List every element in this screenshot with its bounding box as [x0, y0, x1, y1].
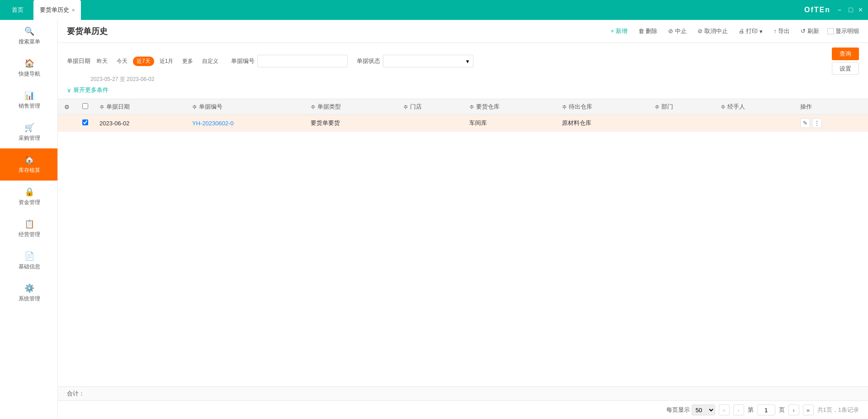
pagination-bar: 每页显示 20 50 100 200 « ‹ 第 页 › » 共1页，1条记录	[58, 400, 868, 419]
status-dropdown-icon: ▾	[466, 58, 469, 65]
print-button[interactable]: 🖨 打印 ▾	[736, 25, 766, 37]
sidebar-item-search-menu[interactable]: 🔍 搜索菜单	[0, 20, 57, 52]
col-dept[interactable]: ≑ 部门	[649, 99, 715, 115]
select-all-checkbox[interactable]	[82, 103, 88, 109]
sidebar-item-finance-mgmt[interactable]: 🔒 资金管理	[0, 181, 57, 213]
shortcut-1month[interactable]: 近1月	[156, 57, 177, 66]
goto-unit: 页	[779, 406, 785, 414]
sidebar-item-basic-info[interactable]: 📄 基础信息	[0, 245, 57, 277]
row-edit-btn-0[interactable]: ✎	[800, 118, 810, 128]
table-footer: 合计：	[58, 386, 868, 400]
last-page-btn[interactable]: »	[803, 405, 814, 415]
page-input[interactable]	[757, 405, 775, 415]
col-handler[interactable]: ≑ 经手人	[715, 99, 795, 115]
content-area: 要货单历史 + 新增 🗑 删除 ⊘ 中止 ⊘ 取消中止 🖨 打印 ▾ ↑ 导出 …	[58, 20, 868, 419]
footer-total-label: 合计：	[67, 390, 85, 398]
filter-status: 单据状态 ▾	[357, 55, 473, 67]
col-req-warehouse[interactable]: ≑ 要货仓库	[464, 99, 557, 115]
sidebar: 🔍 搜索菜单 🏠 快捷导航 📊 销售管理 🛒 采购管理 🏠 库存核算 🔒	[0, 20, 58, 419]
display-detail-checkbox[interactable]	[827, 28, 834, 34]
sidebar-item-inventory-mgmt[interactable]: 🏠 库存核算	[0, 148, 57, 181]
col-date-label: ≑ 单据日期	[99, 103, 130, 110]
status-select[interactable]: ▾	[383, 55, 473, 67]
expand-more-btn[interactable]: ∨ 展开更多条件	[67, 86, 859, 94]
col-bill-type[interactable]: ≑ 单据类型	[305, 99, 398, 115]
shortcut-yesterday[interactable]: 昨天	[93, 57, 111, 66]
export-button[interactable]: ↑ 导出	[771, 25, 793, 37]
new-button[interactable]: + 新增	[608, 25, 630, 37]
page-size-select[interactable]: 20 50 100 200	[692, 405, 715, 415]
brand-label: OfTEn	[804, 6, 830, 14]
maximize-icon[interactable]: □	[849, 6, 853, 14]
sidebar-item-finance-label: 资金管理	[19, 199, 40, 206]
tab-home[interactable]: 首页	[5, 0, 30, 20]
shortcut-more[interactable]: 更多	[179, 57, 197, 66]
row-bill-type-0: 要货单要货	[305, 115, 398, 132]
minimize-icon[interactable]: －	[836, 5, 843, 15]
cancel-stop-button[interactable]: ⊘ 取消中止	[695, 25, 731, 37]
shortcut-custom[interactable]: 自定义	[198, 57, 222, 66]
top-bar: 首页 要货单历史 × OfTEn － □ ×	[0, 0, 868, 20]
col-pending-warehouse[interactable]: ≑ 待出仓库	[557, 99, 649, 115]
col-req-warehouse-label: ≑ 要货仓库	[469, 103, 500, 110]
row-store-0	[398, 115, 464, 132]
stop-button[interactable]: ⊘ 中止	[665, 25, 689, 37]
col-date[interactable]: ≑ 单据日期	[94, 99, 187, 115]
shortcut-7days[interactable]: 近7天	[133, 57, 154, 66]
tab-requisition-history[interactable]: 要货单历史 ×	[33, 0, 81, 20]
sidebar-item-operations-label: 经营管理	[19, 231, 40, 238]
bill-no-label: 单据编号	[231, 57, 255, 65]
sidebar-item-purchase-mgmt[interactable]: 🛒 采购管理	[0, 116, 57, 148]
expand-icon: ∨	[67, 87, 71, 94]
settings-button[interactable]: 设置	[832, 62, 859, 75]
quick-nav-icon: 🏠	[24, 58, 34, 68]
col-bill-type-label: ≑ 单据类型	[311, 103, 341, 110]
goto-label: 第	[748, 406, 754, 414]
row-more-btn-0[interactable]: ⋮	[812, 118, 822, 128]
filter-row: 单据日期 昨天 今天 近7天 近1月 更多 自定义 单据编号	[67, 48, 859, 75]
sidebar-item-quick-nav-label: 快捷导航	[19, 70, 40, 78]
delete-button[interactable]: 🗑 删除	[636, 25, 660, 37]
toolbar: + 新增 🗑 删除 ⊘ 中止 ⊘ 取消中止 🖨 打印 ▾ ↑ 导出 ↺ 刷新 显…	[608, 25, 859, 37]
sidebar-item-quick-nav[interactable]: 🏠 快捷导航	[0, 52, 57, 84]
table-container: ⚙ ≑ 单据日期 ≑ 单据编号 ≑ 单据类型	[58, 99, 868, 386]
refresh-button[interactable]: ↺ 刷新	[798, 25, 822, 37]
status-label: 单据状态	[357, 57, 380, 65]
date-filter-label: 单据日期	[67, 57, 90, 65]
expand-label: 展开更多条件	[73, 86, 108, 94]
shortcut-today[interactable]: 今天	[113, 57, 131, 66]
sidebar-item-system-mgmt[interactable]: ⚙️ 系统管理	[0, 277, 57, 309]
sidebar-item-sales-mgmt[interactable]: 📊 销售管理	[0, 84, 57, 116]
query-button[interactable]: 查询	[832, 48, 859, 60]
table-row[interactable]: 2023-06-02 YH-20230602-0 要货单要货 车间库 原材料仓库…	[58, 115, 868, 132]
bill-no-link-0[interactable]: YH-20230602-0	[192, 120, 234, 127]
purchase-icon: 🛒	[24, 123, 34, 133]
close-icon[interactable]: ×	[859, 6, 863, 14]
row-operations-0: ✎ ⋮	[795, 115, 868, 132]
row-pending-warehouse-0: 原材料仓库	[557, 115, 649, 132]
col-bill-no[interactable]: ≑ 单据编号	[187, 99, 305, 115]
row-check-0[interactable]	[82, 119, 88, 125]
display-detail-toggle[interactable]: 显示明细	[827, 27, 859, 35]
row-handler-0	[715, 115, 795, 132]
row-checkbox-0[interactable]	[76, 115, 94, 132]
window-controls: OfTEn － □ ×	[804, 5, 863, 15]
bill-no-input[interactable]	[257, 55, 348, 67]
tab-close-icon[interactable]: ×	[72, 7, 75, 13]
next-page-btn[interactable]: ›	[788, 405, 799, 415]
finance-icon: 🔒	[24, 187, 34, 197]
sidebar-item-operations-mgmt[interactable]: 📋 经营管理	[0, 213, 57, 245]
tab-requisition-label: 要货单历史	[40, 6, 69, 14]
first-page-btn[interactable]: «	[719, 405, 730, 415]
print-label: 🖨 打印	[739, 27, 758, 35]
print-dropdown-icon[interactable]: ▾	[760, 28, 763, 35]
col-store-label: ≑ 门店	[403, 103, 422, 110]
sidebar-item-basic-label: 基础信息	[19, 263, 40, 271]
date-range-text: 2023-05-27 至 2023-06-02	[67, 76, 859, 83]
col-settings[interactable]: ⚙	[58, 99, 76, 115]
tab-home-label: 首页	[12, 6, 24, 14]
col-store[interactable]: ≑ 门店	[398, 99, 464, 115]
sidebar-item-search-label: 搜索菜单	[19, 38, 40, 46]
prev-page-btn[interactable]: ‹	[733, 405, 744, 415]
col-checkbox[interactable]	[76, 99, 94, 115]
